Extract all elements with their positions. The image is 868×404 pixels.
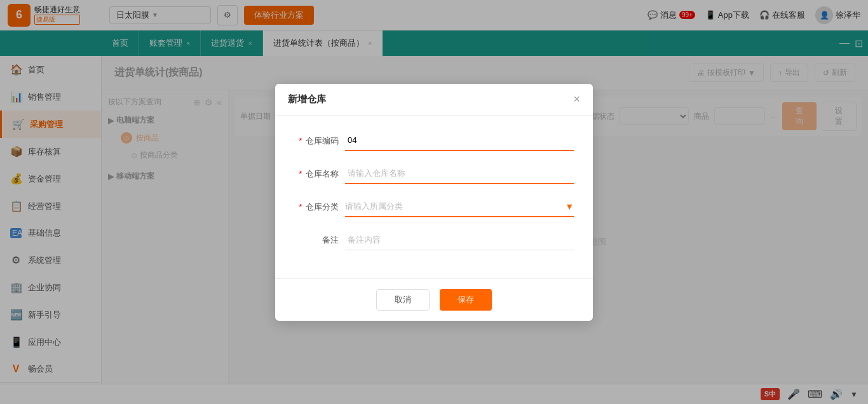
modal-footer: 取消 保存 (275, 278, 593, 321)
warehouse-code-input[interactable] (345, 131, 574, 151)
modal-close-button[interactable]: × (573, 93, 580, 106)
form-row-code: * 仓库编码 (294, 131, 574, 151)
required-star-category: * (299, 202, 302, 212)
modal-title: 新增仓库 (288, 93, 326, 105)
modal-body: * 仓库编码 * 仓库名称 * 仓库分类 请输入所属 (275, 116, 593, 278)
cancel-button[interactable]: 取消 (376, 289, 430, 311)
remark-label: 备注 (294, 234, 345, 246)
form-row-remark: 备注 (294, 230, 574, 250)
add-warehouse-modal: 新增仓库 × * 仓库编码 * 仓库名称 (275, 84, 593, 321)
name-label: * 仓库名称 (294, 168, 345, 180)
save-button[interactable]: 保存 (440, 289, 492, 311)
warehouse-name-input[interactable] (345, 164, 574, 184)
code-label: * 仓库编码 (294, 135, 345, 147)
modal-overlay: 新增仓库 × * 仓库编码 * 仓库名称 (0, 0, 868, 404)
required-star-code: * (299, 136, 302, 145)
modal-header: 新增仓库 × (275, 84, 593, 116)
remark-input[interactable] (345, 230, 574, 250)
category-dropdown-icon: ▼ (565, 201, 574, 212)
category-label: * 仓库分类 (294, 201, 345, 213)
required-star-name: * (299, 169, 302, 178)
category-placeholder: 请输入所属分类 (345, 201, 403, 212)
category-select[interactable]: 请输入所属分类 ▼ (345, 197, 574, 217)
form-row-category: * 仓库分类 请输入所属分类 ▼ (294, 197, 574, 217)
form-row-name: * 仓库名称 (294, 164, 574, 184)
